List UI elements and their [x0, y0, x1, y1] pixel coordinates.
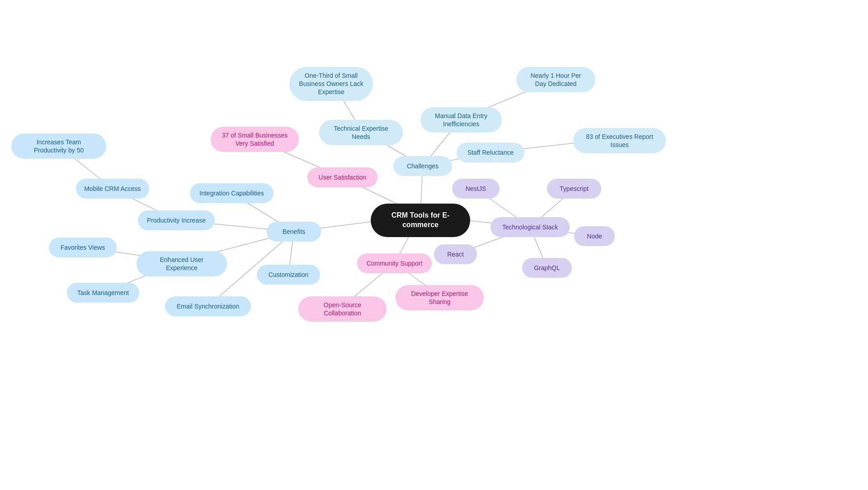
node-mobileCrmAccess[interactable]: Mobile CRM Access [76, 179, 149, 199]
mind-map-container: CRM Tools for E-commerceBenefitsChalleng… [0, 0, 868, 490]
node-label-userSatisfaction: User Satisfaction [319, 173, 367, 181]
node-label-customization: Customization [269, 271, 309, 279]
node-benefits[interactable]: Benefits [267, 222, 321, 242]
node-37SmallBusinesses[interactable]: 37 of Small Businesses Very Satisfied [211, 127, 299, 152]
node-label-openSourceCollab: Open-Source Collaboration [307, 301, 378, 317]
node-label-emailSync: Email Synchronization [177, 302, 240, 310]
node-label-taskManagement: Task Management [77, 289, 129, 297]
node-label-node: Node [587, 232, 602, 240]
node-label-technologicalStack: Technological Stack [502, 223, 558, 231]
node-label-favoritesViews: Favorites Views [61, 243, 105, 252]
node-label-challenges: Challenges [407, 162, 439, 170]
node-taskManagement[interactable]: Task Management [67, 283, 139, 303]
node-label-enhancedUserExp: Enhanced User Experience [145, 256, 219, 272]
node-challenges[interactable]: Challenges [393, 156, 452, 176]
node-label-increasesTeamProductivity: Increases Team Productivity by 50 [19, 138, 98, 154]
node-developerExpertise[interactable]: Developer Expertise Sharing [396, 285, 484, 310]
node-label-oneThirdSmallBusiness: One-Third of Small Business Owners Lack … [297, 71, 365, 96]
node-technicalExpertiseNeeds[interactable]: Technical Expertise Needs [319, 120, 403, 145]
node-communitySupport[interactable]: Community Support [357, 253, 432, 273]
node-label-integrationCapabilities: Integration Capabilities [199, 189, 264, 197]
node-productivityIncrease[interactable]: Productivity Increase [138, 210, 215, 230]
node-integrationCapabilities[interactable]: Integration Capabilities [190, 183, 274, 203]
node-node[interactable]: Node [574, 226, 615, 246]
node-openSourceCollab[interactable]: Open-Source Collaboration [298, 296, 387, 322]
node-nestJS[interactable]: NestJS [452, 179, 500, 199]
node-label-37SmallBusinesses: 37 of Small Businesses Very Satisfied [219, 131, 291, 147]
node-increasesTeamProductivity[interactable]: Increases Team Productivity by 50 [11, 133, 106, 159]
node-label-center: CRM Tools for E-commerce [383, 211, 458, 230]
node-center[interactable]: CRM Tools for E-commerce [371, 204, 470, 237]
node-label-technicalExpertiseNeeds: Technical Expertise Needs [327, 124, 395, 141]
node-label-developerExpertise: Developer Expertise Sharing [404, 290, 476, 306]
node-graphQL[interactable]: GraphQL [522, 258, 572, 278]
connections-svg [0, 0, 868, 490]
node-label-productivityIncrease: Productivity Increase [147, 216, 206, 224]
node-emailSync[interactable]: Email Synchronization [165, 296, 251, 316]
node-label-manualDataEntry: Manual Data Entry Inefficiencies [429, 112, 494, 128]
node-favoritesViews[interactable]: Favorites Views [49, 238, 117, 257]
node-react[interactable]: React [434, 244, 477, 264]
node-label-mobileCrmAccess: Mobile CRM Access [84, 185, 141, 193]
node-label-staffReluctance: Staff Reluctance [467, 148, 514, 157]
node-manualDataEntry[interactable]: Manual Data Entry Inefficiencies [420, 107, 502, 133]
node-label-react: React [447, 250, 464, 258]
node-label-graphQL: GraphQL [534, 264, 560, 272]
node-label-nestJS: NestJS [466, 185, 486, 193]
node-label-benefits: Benefits [283, 228, 306, 236]
node-nearlyHour[interactable]: Nearly 1 Hour Per Day Dedicated [516, 67, 595, 92]
node-technologicalStack[interactable]: Technological Stack [491, 217, 570, 237]
node-staffReluctance[interactable]: Staff Reluctance [457, 143, 524, 162]
node-label-nearlyHour: Nearly 1 Hour Per Day Dedicated [524, 71, 587, 88]
node-83Executives[interactable]: 83 of Executives Report Issues [573, 128, 666, 153]
node-enhancedUserExp[interactable]: Enhanced User Experience [137, 251, 227, 276]
node-oneThirdSmallBusiness[interactable]: One-Third of Small Business Owners Lack … [289, 67, 373, 101]
node-customization[interactable]: Customization [257, 265, 320, 285]
node-label-communitySupport: Community Support [367, 259, 423, 267]
node-typescript[interactable]: Typescript [547, 179, 601, 199]
node-userSatisfaction[interactable]: User Satisfaction [307, 167, 377, 187]
node-label-83Executives: 83 of Executives Report Issues [581, 133, 658, 149]
node-label-typescript: Typescript [560, 185, 589, 193]
